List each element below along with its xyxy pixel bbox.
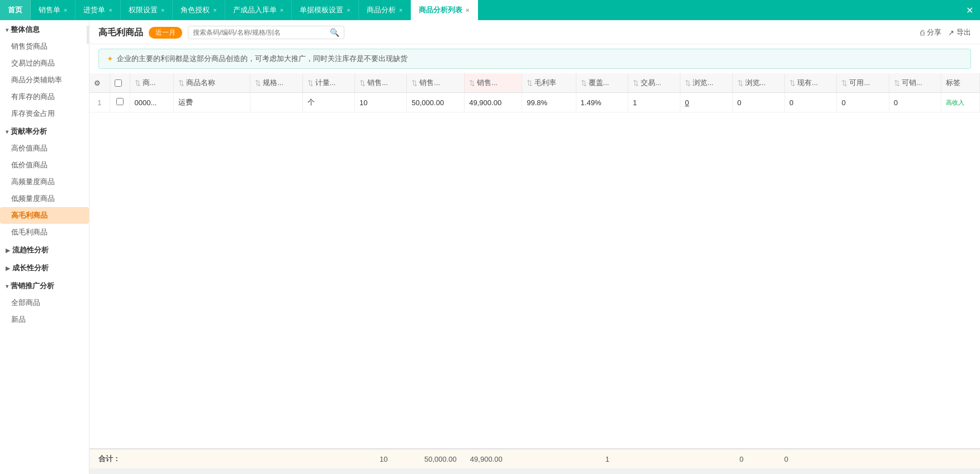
main-layout: 《 ▾ 整体信息 销售货商品 交易过的商品 商品分类辅助率 有库存的商品 库存资… bbox=[0, 20, 980, 474]
export-label: 导出 bbox=[957, 27, 971, 37]
sidebar-item-high-freq[interactable]: 高频量度商品 bbox=[0, 173, 89, 190]
cell-saleable: 0 bbox=[889, 93, 941, 112]
col-browse1[interactable]: ⇅ 浏览... bbox=[680, 73, 732, 93]
horizontal-scrollbar[interactable] bbox=[89, 468, 980, 474]
sidebar-item-low-margin[interactable]: 低毛利商品 bbox=[0, 224, 89, 241]
sort-icon: ⇅ bbox=[633, 79, 639, 87]
sidebar-group-wealth[interactable]: ▾ 贡献率分析 bbox=[0, 122, 89, 140]
col-sales-profit[interactable]: ⇅ 销售... bbox=[465, 73, 522, 93]
sort-icon: ⇅ bbox=[737, 79, 744, 87]
cell-checkbox[interactable] bbox=[110, 93, 130, 112]
nav-tab-templates[interactable]: 单据模板设置 × bbox=[292, 0, 358, 20]
content-area: 高毛利商品 近一月 🔍 ⎙ 分享 ↗ 导出 ✦ 企业的主要的利润都是这部分商品创… bbox=[89, 20, 980, 474]
page-title: 高毛利商品 bbox=[98, 27, 143, 39]
col-spec[interactable]: ⇅ 规格... bbox=[250, 73, 302, 93]
col-sales-amount[interactable]: ⇅ 销售... bbox=[407, 73, 465, 93]
sidebar-item-new-goods[interactable]: 新品 bbox=[0, 311, 89, 328]
sort-icon: ⇅ bbox=[685, 79, 691, 87]
sidebar-group-marketing[interactable]: ▾ 营销推广分析 bbox=[0, 276, 89, 294]
nav-tab-analysis-list-close[interactable]: × bbox=[466, 7, 469, 13]
group-marketing-arrow: ▾ bbox=[6, 283, 8, 289]
col-code[interactable]: ⇅ 商... bbox=[130, 73, 173, 93]
settings-icon: ⚙ bbox=[94, 79, 101, 87]
col-tag[interactable]: 标签 bbox=[941, 73, 980, 93]
nav-tab-purchase-close[interactable]: × bbox=[108, 7, 112, 13]
filter-recent-month-button[interactable]: 近一月 bbox=[149, 27, 182, 39]
sidebar-item-high-margin[interactable]: 高毛利商品 bbox=[0, 207, 89, 224]
nav-tab-products-close[interactable]: × bbox=[280, 7, 283, 13]
info-banner: ✦ 企业的主要的利润都是这部分商品创造的，可考虑加大推广，同时关注库存是不要出现… bbox=[98, 49, 971, 69]
footer-current-stock: 0 bbox=[733, 455, 778, 463]
col-settings[interactable]: ⚙ bbox=[89, 73, 110, 93]
close-window-button[interactable]: ✕ bbox=[966, 5, 980, 16]
nav-tab-analysis[interactable]: 商品分析 × bbox=[359, 0, 411, 20]
sort-icon: ⇅ bbox=[527, 79, 533, 87]
cell-gross-margin: 99.8% bbox=[522, 93, 576, 112]
cell-coverage: 1.49% bbox=[576, 93, 628, 112]
col-available[interactable]: ⇅ 可用... bbox=[837, 73, 889, 93]
export-button[interactable]: ↗ 导出 bbox=[948, 27, 971, 37]
sidebar-group-growth[interactable]: ▶ 成长性分析 bbox=[0, 259, 89, 276]
nav-tab-home[interactable]: 首页 bbox=[0, 0, 31, 20]
search-box: 🔍 bbox=[188, 26, 344, 39]
nav-tab-roles[interactable]: 角色授权 × bbox=[173, 0, 225, 20]
sidebar-item-low-value[interactable]: 低价值商品 bbox=[0, 157, 89, 173]
sort-icon: ⇅ bbox=[894, 79, 900, 87]
nav-tab-purchase[interactable]: 进货单 × bbox=[75, 0, 120, 20]
share-icon: ⎙ bbox=[920, 29, 925, 37]
sidebar-item-stock-capital[interactable]: 库存资金占用 bbox=[0, 105, 89, 122]
col-coverage[interactable]: ⇅ 覆盖... bbox=[576, 73, 628, 93]
cell-name: 运费 bbox=[173, 93, 250, 112]
sidebar-item-analysis-assist[interactable]: 商品分类辅助率 bbox=[0, 72, 89, 88]
info-icon: ✦ bbox=[107, 54, 113, 63]
col-sales-qty[interactable]: ⇅ 销售... bbox=[354, 73, 406, 93]
sidebar-collapse-button[interactable]: 《 bbox=[87, 26, 89, 44]
sort-icon: ⇅ bbox=[359, 79, 366, 87]
nav-tab-templates-close[interactable]: × bbox=[347, 7, 350, 13]
browse1-link[interactable]: 0 bbox=[685, 98, 689, 107]
sidebar-item-low-freq[interactable]: 低频量度商品 bbox=[0, 190, 89, 207]
table-footer: 合计： 10 50,000.00 49,900.00 1 0 0 bbox=[89, 448, 980, 468]
cell-browse1[interactable]: 0 bbox=[680, 93, 732, 112]
col-transaction[interactable]: ⇅ 交易... bbox=[628, 73, 680, 93]
col-gross-margin[interactable]: ⇅ 毛利率 bbox=[522, 73, 576, 93]
collapse-icon: 《 bbox=[88, 30, 90, 40]
cell-transaction: 1 bbox=[628, 93, 680, 112]
sidebar-group-trend[interactable]: ▶ 流趋性分析 bbox=[0, 241, 89, 259]
nav-tab-products[interactable]: 产成品入库单 × bbox=[225, 0, 292, 20]
nav-tab-analysis-close[interactable]: × bbox=[399, 7, 403, 13]
content-header: 高毛利商品 近一月 🔍 ⎙ 分享 ↗ 导出 bbox=[89, 20, 980, 44]
nav-tab-permissions-close[interactable]: × bbox=[161, 7, 164, 13]
nav-tab-permissions[interactable]: 权限设置 × bbox=[121, 0, 173, 20]
sidebar-group-overall[interactable]: ▾ 整体信息 bbox=[0, 20, 89, 38]
footer-sales-amount: 50,000.00 bbox=[418, 455, 463, 463]
sidebar-item-high-value[interactable]: 高价值商品 bbox=[0, 140, 89, 157]
group-wealth-label: 贡献率分析 bbox=[11, 126, 47, 137]
sidebar-item-sales-goods[interactable]: 销售货商品 bbox=[0, 38, 89, 55]
nav-tab-analysis-list[interactable]: 商品分析列表 × bbox=[411, 0, 477, 20]
search-input[interactable] bbox=[193, 29, 330, 36]
footer-label: 合计： bbox=[98, 454, 120, 464]
col-saleable[interactable]: ⇅ 可销... bbox=[889, 73, 941, 93]
nav-tab-sales[interactable]: 销售单 × bbox=[31, 0, 75, 20]
row-checkbox[interactable] bbox=[116, 98, 124, 105]
sidebar-item-in-stock[interactable]: 有库存的商品 bbox=[0, 88, 89, 105]
sidebar-item-all-goods[interactable]: 全部商品 bbox=[0, 294, 89, 311]
nav-tab-home-label: 首页 bbox=[8, 5, 22, 15]
col-name[interactable]: ⇅ 商品名称 bbox=[173, 73, 250, 93]
nav-tab-sales-close[interactable]: × bbox=[64, 7, 67, 13]
cell-current-stock: 0 bbox=[785, 93, 837, 112]
search-icon[interactable]: 🔍 bbox=[330, 28, 339, 37]
cell-sales-profit: 49,900.00 bbox=[465, 93, 522, 112]
footer-sales-qty: 10 bbox=[373, 455, 418, 463]
share-button[interactable]: ⎙ 分享 bbox=[920, 27, 941, 37]
cell-sales-amount: 50,000.00 bbox=[407, 93, 465, 112]
group-overall-label: 整体信息 bbox=[11, 25, 40, 35]
col-browse2[interactable]: ⇅ 浏览... bbox=[732, 73, 784, 93]
col-current-stock[interactable]: ⇅ 现有... bbox=[785, 73, 837, 93]
col-unit[interactable]: ⇅ 计量... bbox=[302, 73, 354, 93]
sidebar-item-traded-goods[interactable]: 交易过的商品 bbox=[0, 55, 89, 72]
select-all-checkbox[interactable] bbox=[115, 79, 122, 87]
sort-icon: ⇅ bbox=[135, 79, 141, 87]
nav-tab-roles-close[interactable]: × bbox=[213, 7, 216, 13]
